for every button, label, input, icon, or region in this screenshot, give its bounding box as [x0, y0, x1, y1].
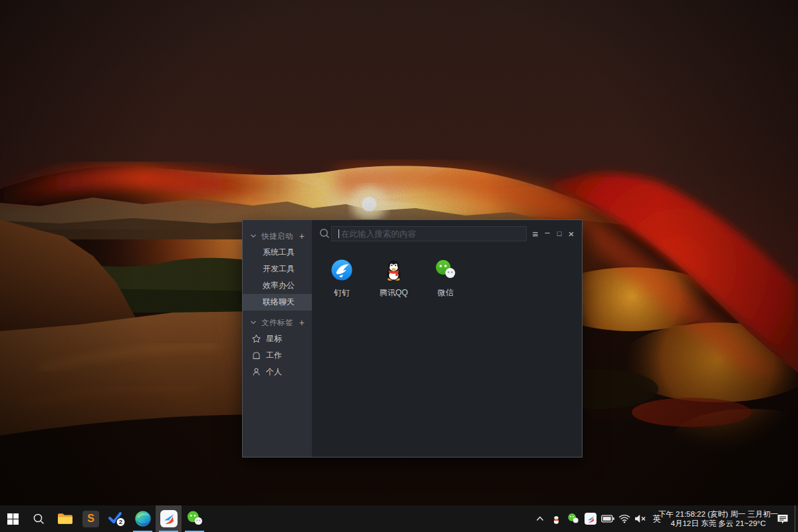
folder-icon	[57, 512, 73, 525]
notification-icon	[777, 513, 789, 525]
tray-wechat[interactable]	[565, 505, 582, 532]
taskbar-todo-app[interactable]: 2	[104, 505, 130, 532]
wifi-icon	[618, 514, 630, 523]
app-label: 微信	[438, 287, 454, 299]
launcher-app-icon	[585, 513, 597, 525]
launcher-window: 快捷启动 + 系统工具 开发工具 效率办公 联络聊天 文件标签 + 星标	[242, 219, 583, 458]
taskbar-file-explorer[interactable]	[52, 505, 78, 532]
battery-icon	[601, 515, 614, 523]
sidebar-item-chat[interactable]: 联络聊天	[243, 294, 312, 311]
wechat-icon	[567, 513, 579, 525]
home-icon	[251, 350, 261, 360]
tray-qq[interactable]	[547, 505, 565, 532]
chevron-down-icon	[250, 233, 257, 239]
show-desktop-button[interactable]	[795, 505, 798, 532]
edge-icon	[134, 510, 152, 527]
group-label: 快捷启动	[261, 231, 293, 241]
tray-launcher-app[interactable]	[582, 505, 599, 532]
windows-logo-icon	[7, 513, 19, 525]
tag-label: 星标	[266, 333, 282, 344]
chevron-up-icon	[536, 516, 544, 521]
sublime-icon: S	[82, 511, 99, 527]
app-label: 腾讯QQ	[380, 287, 408, 299]
app-tile-qq[interactable]: 腾讯QQ	[368, 259, 420, 299]
text-caret	[338, 229, 339, 238]
start-button[interactable]	[0, 505, 26, 532]
search-icon	[319, 227, 331, 239]
sidebar-item-dev-tools[interactable]: 开发工具	[243, 261, 312, 277]
qq-icon	[382, 259, 405, 281]
launcher-sidebar: 快捷启动 + 系统工具 开发工具 效率办公 联络聊天 文件标签 + 星标	[243, 220, 312, 457]
search-box	[331, 226, 527, 241]
app-label: 钉钉	[334, 287, 350, 299]
star-icon	[251, 334, 261, 344]
sidebar-tag-personal[interactable]: 个人	[243, 364, 312, 380]
taskbar: S 2	[0, 505, 798, 532]
speaker-mute-icon	[634, 514, 646, 523]
tray-battery[interactable]	[599, 505, 616, 532]
qq-icon	[551, 513, 562, 525]
taskbar-edge[interactable]	[130, 505, 156, 532]
badge-count: 2	[119, 518, 122, 525]
sidebar-group-quick-launch[interactable]: 快捷启动 +	[243, 228, 312, 244]
tag-label: 个人	[266, 366, 282, 378]
person-icon	[251, 367, 261, 377]
maximize-button[interactable]: □	[553, 220, 565, 247]
tray-wifi[interactable]	[616, 505, 632, 532]
launcher-main: ≡ – □ × 钉钉	[312, 220, 582, 457]
desktop: 快捷启动 + 系统工具 开发工具 效率办公 联络聊天 文件标签 + 星标	[0, 0, 798, 532]
menu-icon[interactable]: ≡	[529, 220, 541, 247]
app-tile-wechat[interactable]: 微信	[420, 259, 471, 299]
tray-chevron-up[interactable]	[533, 505, 547, 532]
taskbar-launcher-app[interactable]	[156, 505, 182, 532]
check-icon: 2	[108, 510, 126, 527]
wechat-icon	[434, 259, 457, 281]
taskbar-search-button[interactable]	[26, 505, 52, 532]
app-tile-dingtalk[interactable]: 钉钉	[316, 259, 368, 299]
sidebar-item-system-tools[interactable]: 系统工具	[243, 244, 312, 261]
dingtalk-icon	[331, 259, 353, 281]
app-grid: 钉钉	[312, 247, 582, 457]
search-icon	[33, 513, 45, 525]
minimize-button[interactable]: –	[541, 220, 553, 247]
add-tag-button[interactable]: +	[299, 319, 305, 326]
sidebar-tag-starred[interactable]: 星标	[243, 331, 312, 347]
tag-label: 工作	[266, 350, 282, 361]
chevron-down-icon	[250, 319, 257, 326]
sidebar-item-office[interactable]: 效率办公	[243, 277, 312, 294]
taskbar-sublime-text[interactable]: S	[78, 505, 104, 532]
window-titlebar[interactable]: ≡ – □ ×	[312, 220, 582, 247]
group-label: 文件标签	[261, 318, 293, 328]
system-tray: 英 下午 21:58:22 (亥时) 周一 三月初一 4月12日 东莞 多云 2…	[533, 505, 798, 532]
wechat-icon	[186, 510, 203, 527]
close-button[interactable]: ×	[565, 220, 577, 247]
add-category-button[interactable]: +	[299, 233, 305, 239]
taskbar-wechat[interactable]	[182, 505, 207, 532]
launcher-app-icon	[160, 510, 178, 527]
sidebar-tag-work[interactable]: 工作	[243, 347, 312, 364]
sidebar-group-file-tags[interactable]: 文件标签 +	[243, 315, 312, 331]
action-center-button[interactable]	[771, 505, 795, 532]
clock-line2: 4月12日 东莞 多云 21~29°C	[658, 519, 778, 528]
window-controls: ≡ – □ ×	[529, 220, 577, 247]
tray-volume-muted[interactable]	[632, 505, 648, 532]
clock-line1: 下午 21:58:22 (亥时) 周一 三月初一	[658, 509, 778, 519]
search-input[interactable]	[332, 227, 526, 241]
tray-clock[interactable]: 下午 21:58:22 (亥时) 周一 三月初一 4月12日 东莞 多云 21~…	[666, 505, 771, 532]
